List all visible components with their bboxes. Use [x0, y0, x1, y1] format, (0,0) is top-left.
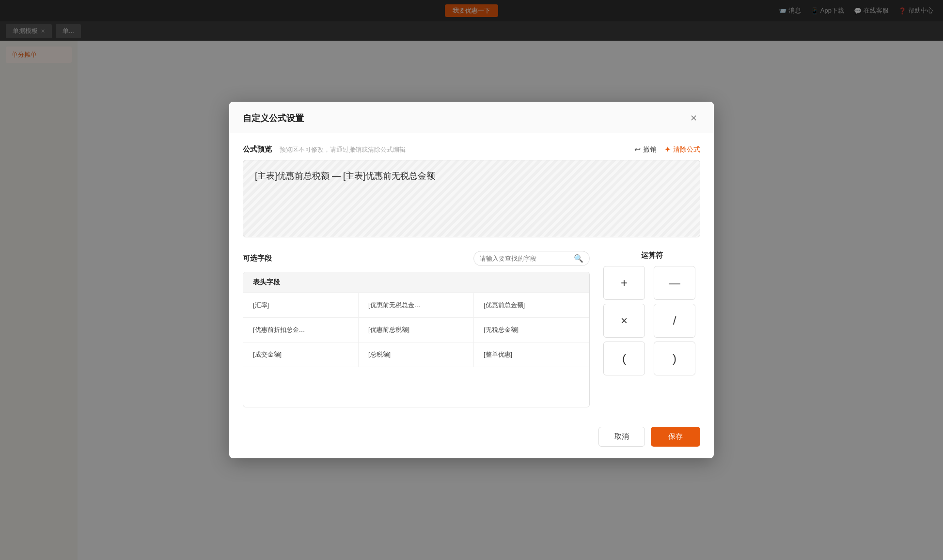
save-button[interactable]: 保存 — [651, 427, 700, 447]
fields-section-title: 可选字段 — [243, 254, 473, 263]
operators-grid: +—×/() — [603, 266, 700, 375]
list-item[interactable]: [整单优惠] — [474, 342, 589, 367]
formula-display: [主表]优惠前总税额 — [主表]优惠前无税总金额 — [255, 170, 435, 182]
operator-+-button[interactable]: + — [603, 266, 645, 300]
fields-group-header: 表头字段 — [243, 272, 589, 293]
formula-section-label: 公式预览 — [243, 145, 272, 154]
field-search-input[interactable] — [480, 255, 571, 262]
formula-preview-box: [主表]优惠前总税额 — [主表]优惠前无税总金额 — [243, 160, 700, 237]
list-item[interactable]: [优惠前无税总金… — [359, 293, 474, 318]
list-item[interactable]: [成交金额] — [243, 342, 359, 367]
operator-—-button[interactable]: — — [654, 266, 695, 300]
fields-table: 表头字段 [汇率][优惠前无税总金…[优惠前总金额][优惠前折扣总金…[优惠前总… — [243, 272, 590, 407]
list-item[interactable]: [汇率] — [243, 293, 359, 318]
formula-modal: 自定义公式设置 ✕ 公式预览 预览区不可修改，请通过撤销或清除公式编辑 ↩ 撤销… — [229, 102, 714, 458]
list-item[interactable]: [无税总金额] — [474, 318, 589, 342]
modal-header: 自定义公式设置 ✕ — [229, 102, 714, 133]
search-icon: 🔍 — [574, 254, 583, 263]
formula-preview-header: 公式预览 预览区不可修改，请通过撤销或清除公式编辑 ↩ 撤销 ✦ 清除公式 — [243, 145, 700, 154]
operator-/-button[interactable]: / — [654, 304, 695, 338]
fields-section: 可选字段 🔍 表头字段 [汇率][优惠前无税总金…[优惠前总金额][优惠前折扣总… — [243, 251, 590, 407]
operators-title: 运算符 — [603, 251, 700, 260]
lower-section: 可选字段 🔍 表头字段 [汇率][优惠前无税总金…[优惠前总金额][优惠前折扣总… — [243, 251, 700, 407]
list-item[interactable]: [优惠前折扣总金… — [243, 318, 359, 342]
operator-(-button[interactable]: ( — [603, 342, 645, 375]
operator-×-button[interactable]: × — [603, 304, 645, 338]
clear-icon: ✦ — [664, 145, 671, 154]
list-item[interactable]: [优惠前总金额] — [474, 293, 589, 318]
modal-title: 自定义公式设置 — [243, 112, 304, 124]
undo-icon: ↩ — [634, 145, 641, 154]
list-item[interactable]: [总税额] — [359, 342, 474, 367]
preview-actions: ↩ 撤销 ✦ 清除公式 — [634, 145, 700, 154]
modal-close-button[interactable]: ✕ — [687, 111, 700, 125]
undo-button[interactable]: ↩ 撤销 — [634, 145, 657, 154]
field-search-box[interactable]: 🔍 — [473, 251, 590, 266]
fields-header: 可选字段 🔍 — [243, 251, 590, 266]
cancel-button[interactable]: 取消 — [598, 427, 645, 447]
list-item[interactable]: [优惠前总税额] — [359, 318, 474, 342]
modal-body: 公式预览 预览区不可修改，请通过撤销或清除公式编辑 ↩ 撤销 ✦ 清除公式 [主… — [229, 133, 714, 419]
clear-formula-button[interactable]: ✦ 清除公式 — [664, 145, 700, 154]
operator-)-button[interactable]: ) — [654, 342, 695, 375]
operators-section: 运算符 +—×/() — [603, 251, 700, 375]
modal-footer: 取消 保存 — [229, 419, 714, 458]
fields-grid: [汇率][优惠前无税总金…[优惠前总金额][优惠前折扣总金…[优惠前总税额][无… — [243, 293, 589, 367]
formula-hint: 预览区不可修改，请通过撤销或清除公式编辑 — [280, 145, 627, 154]
